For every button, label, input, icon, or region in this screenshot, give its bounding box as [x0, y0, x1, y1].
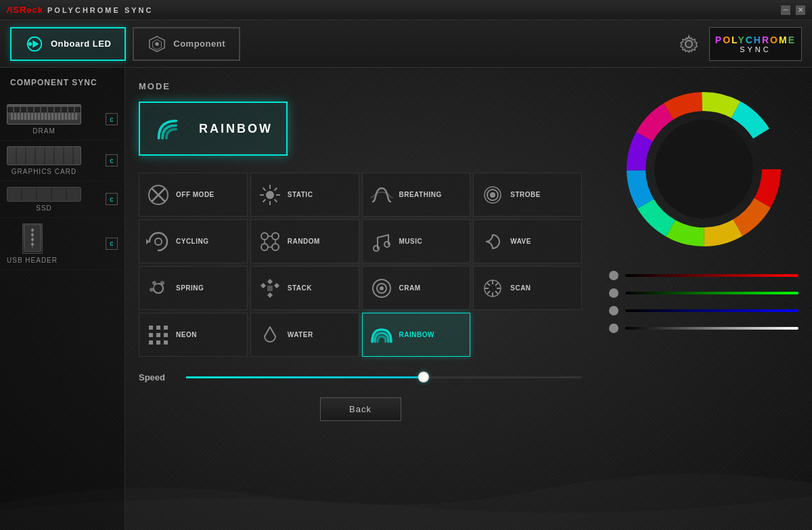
rainbow-banner-icon — [154, 110, 189, 148]
mode-btn-stack[interactable]: STACK — [250, 266, 359, 310]
usb-toggle[interactable]: c — [106, 238, 118, 250]
white-slider-row — [609, 324, 798, 333]
speed-fill — [186, 376, 424, 378]
asrock-brand: /ISReck — [7, 5, 43, 15]
svg-point-5 — [155, 42, 159, 46]
ssd-image — [7, 187, 81, 202]
mode-btn-static[interactable]: STATIC — [250, 173, 359, 217]
dram-toggle[interactable]: c — [106, 113, 118, 125]
white-slider-handle[interactable] — [609, 324, 618, 333]
dram-label: DRAM — [32, 127, 55, 135]
mode-btn-wave[interactable]: WAVE — [473, 219, 582, 263]
close-button[interactable]: ✕ — [796, 5, 805, 15]
badge-top-text: POLYCHROME — [715, 35, 796, 45]
svg-line-59 — [495, 283, 498, 286]
mode-btn-off[interactable]: OFF MODE — [139, 173, 248, 217]
blue-slider-handle[interactable] — [609, 306, 618, 315]
svg-line-22 — [274, 199, 277, 202]
svg-point-11 — [31, 238, 34, 241]
ssd-content: SSD — [7, 187, 81, 212]
settings-button[interactable] — [675, 30, 702, 58]
mode-btn-scan[interactable]: SCAN — [473, 266, 582, 310]
green-slider-track[interactable] — [625, 292, 798, 294]
cycling-label: CYCLING — [176, 238, 209, 245]
speed-track — [186, 376, 582, 378]
red-slider-row — [609, 271, 798, 280]
svg-marker-1 — [32, 40, 39, 47]
svg-rect-68 — [156, 340, 160, 345]
sidebar-item-gpu[interactable]: GRAPHICS CARD c — [0, 141, 125, 181]
random-label: RANDOM — [288, 238, 320, 245]
selected-mode-banner[interactable]: RAINBOW — [139, 102, 288, 156]
color-wheel[interactable] — [623, 88, 785, 250]
speed-slider[interactable] — [186, 370, 582, 384]
svg-marker-46 — [261, 283, 266, 288]
svg-line-57 — [487, 283, 490, 286]
white-slider-track[interactable] — [625, 327, 798, 330]
gpu-toggle[interactable]: c — [106, 154, 118, 167]
mode-btn-breathing[interactable]: BREATHING — [362, 173, 471, 217]
gpu-image — [7, 146, 81, 165]
mode-btn-cram[interactable]: CRAM — [362, 266, 471, 310]
mode-btn-rainbow[interactable]: RAINBOW — [362, 313, 471, 357]
minimize-button[interactable]: ─ — [781, 5, 790, 15]
cram-icon — [369, 276, 394, 301]
tab-component[interactable]: Component — [133, 27, 240, 61]
spring-label: SPRING — [176, 284, 204, 292]
red-slider-handle[interactable] — [609, 271, 618, 280]
rainbow-label: RAINBOW — [399, 331, 434, 338]
music-icon — [369, 229, 394, 254]
wave-label: WAVE — [510, 238, 531, 245]
mode-btn-strobe[interactable]: STROBE — [473, 173, 582, 217]
mode-btn-cycling[interactable]: CYCLING — [139, 219, 248, 263]
mode-btn-music[interactable]: MUSIC — [362, 219, 471, 263]
sidebar: COMPONENT SYNC DRAM c GRAPHICS CARD — [0, 68, 125, 530]
cram-label: CRAM — [399, 284, 421, 292]
svg-point-33 — [272, 244, 279, 250]
title-bar: /ISReck POLYCHROME SYNC ─ ✕ — [0, 0, 812, 20]
svg-marker-45 — [267, 292, 273, 298]
water-icon — [258, 323, 282, 347]
music-label: MUSIC — [399, 238, 423, 245]
strobe-label: STROBE — [510, 191, 541, 198]
mode-btn-neon[interactable]: NEON — [139, 313, 248, 357]
blue-slider-track[interactable] — [625, 309, 798, 312]
title-logo: /ISReck POLYCHROME SYNC — [7, 5, 153, 15]
ssd-label: SSD — [36, 204, 52, 212]
gpu-label: GRAPHICS CARD — [12, 168, 76, 175]
color-sliders — [609, 271, 798, 333]
off-mode-label: OFF MODE — [176, 191, 215, 198]
polychrome-badge: POLYCHROME SYNC — [709, 27, 802, 61]
water-label: WATER — [288, 331, 313, 338]
svg-point-81 — [654, 120, 753, 219]
green-slider-handle[interactable] — [609, 288, 618, 298]
mode-btn-random[interactable]: RANDOM — [250, 219, 359, 263]
back-button[interactable]: Back — [320, 397, 401, 421]
sidebar-item-usb[interactable]: USB HEADER c — [0, 218, 125, 270]
gear-icon — [678, 33, 700, 55]
color-wheel-container[interactable] — [623, 88, 785, 250]
svg-point-41 — [152, 281, 156, 285]
component-tab-label: Component — [173, 39, 225, 49]
off-mode-icon — [146, 183, 171, 207]
static-label: STATIC — [288, 191, 313, 198]
sidebar-item-dram[interactable]: DRAM c — [0, 99, 125, 141]
mode-btn-water[interactable]: WATER — [250, 313, 359, 357]
speed-thumb[interactable] — [418, 372, 429, 382]
usb-label: USB HEADER — [7, 257, 58, 264]
app-title: POLYCHROME SYNC — [47, 6, 153, 14]
speed-row: Speed — [139, 370, 582, 384]
selected-mode-name: RAINBOW — [199, 122, 273, 136]
mode-btn-spring[interactable]: SPRING — [139, 266, 248, 310]
right-panel — [595, 68, 812, 530]
onboard-icon — [25, 35, 44, 53]
svg-point-30 — [261, 233, 268, 240]
sidebar-item-ssd[interactable]: SSD c — [0, 181, 125, 218]
red-slider-track[interactable] — [625, 274, 798, 277]
blue-slider-row — [609, 306, 798, 315]
svg-rect-69 — [164, 340, 168, 345]
tab-onboard-led[interactable]: Onboard LED — [10, 27, 126, 61]
ssd-toggle[interactable]: c — [106, 193, 118, 205]
svg-point-10 — [31, 234, 34, 236]
stack-icon — [258, 276, 282, 301]
